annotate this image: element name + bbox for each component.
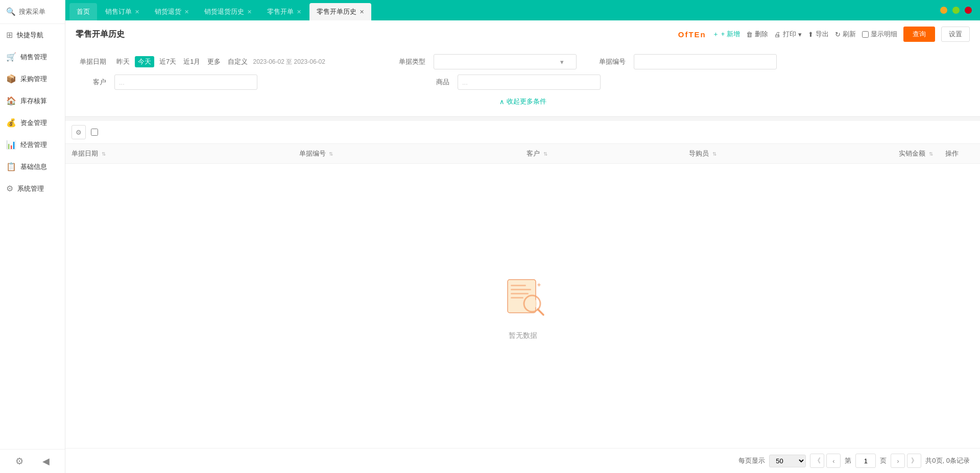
content-area: 零售开单历史 OfTEn ＋ + 新增 🗑 删除 🖨 打印: [65, 20, 980, 473]
table-config-button[interactable]: ⚙: [71, 125, 86, 139]
sort-customer-icon[interactable]: ⇅: [543, 151, 547, 157]
refresh-button[interactable]: ↻ 刷新: [835, 30, 856, 39]
toolbar: OfTEn ＋ + 新增 🗑 删除 🖨 打印 ▾: [678, 27, 970, 42]
date-opt-7days[interactable]: 近7天: [157, 57, 178, 67]
sidebar-item-system[interactable]: ⚙ 系统管理: [0, 178, 65, 200]
date-opt-1month[interactable]: 近1月: [181, 57, 202, 67]
table-header-row: 单据日期 ⇅ 单据编号 ⇅ 客户 ⇅ 导购员 ⇅: [65, 144, 980, 164]
delete-icon: 🗑: [746, 31, 753, 38]
last-page-button[interactable]: 》: [907, 454, 921, 468]
page-header: 零售开单历史 OfTEn ＋ + 新增 🗑 删除 🖨 打印: [65, 20, 980, 117]
settings-icon[interactable]: ⚙: [15, 456, 23, 467]
prev-page-button[interactable]: ‹: [826, 454, 841, 468]
date-filter-label: 单据日期: [76, 57, 106, 66]
tab-retail-open-history[interactable]: 零售开单历史 ✕: [309, 3, 371, 20]
th-date: 单据日期 ⇅: [65, 144, 293, 164]
page-label-suffix: 页: [878, 456, 889, 465]
date-opt-custom[interactable]: 自定义: [226, 57, 250, 67]
maximize-button[interactable]: [952, 7, 960, 14]
tab-sales-return-history[interactable]: 销货退货历史 ✕: [197, 3, 259, 20]
customer-label: 客户: [76, 78, 106, 87]
sort-no-icon[interactable]: ⇅: [329, 151, 333, 157]
sort-amount-icon[interactable]: ⇅: [929, 151, 933, 157]
sidebar-search[interactable]: 🔍 搜索采单: [0, 0, 65, 24]
sidebar-item-operations[interactable]: 📊 经营管理: [0, 134, 65, 156]
th-no: 单据编号 ⇅: [293, 144, 521, 164]
page-number-input[interactable]: [855, 454, 876, 468]
add-icon: ＋: [712, 30, 719, 39]
tab-home[interactable]: 首页: [69, 3, 97, 20]
print-button[interactable]: 🖨 打印 ▾: [774, 30, 802, 39]
date-opt-more[interactable]: 更多: [205, 57, 223, 67]
sidebar-item-finance[interactable]: 💰 资金管理: [0, 112, 65, 134]
sidebar-bottom: ⚙ ◀: [0, 449, 65, 473]
product-placeholder: ...: [462, 79, 468, 86]
add-button[interactable]: ＋ + 新增: [712, 30, 740, 39]
export-button[interactable]: ⬆ 导出: [808, 30, 829, 39]
svg-text:✦: ✦: [536, 281, 542, 289]
tab-retail-open-label: 零售开单: [267, 7, 294, 16]
tab-sales-return-close[interactable]: ✕: [184, 9, 189, 15]
pagination-nav: 《 ‹ 第 页 › 》: [810, 454, 921, 468]
doc-no-input[interactable]: [634, 54, 777, 69]
next-page-button[interactable]: ›: [891, 454, 905, 468]
date-opt-today[interactable]: 今天: [135, 56, 154, 67]
sidebar-item-quick-nav[interactable]: ⊞ 快捷导航: [0, 24, 65, 46]
tab-sales-order[interactable]: 销售订单 ✕: [98, 3, 147, 20]
tab-retail-open[interactable]: 零售开单 ✕: [260, 3, 308, 20]
product-label: 商品: [419, 78, 449, 87]
search-icon: 🔍: [6, 7, 16, 16]
per-page-select[interactable]: 50 10 20 100: [769, 455, 806, 467]
date-opt-yesterday[interactable]: 昨天: [114, 57, 132, 67]
customer-input[interactable]: ...: [114, 74, 257, 90]
tab-retail-open-close[interactable]: ✕: [297, 9, 301, 15]
date-options: 昨天 今天 近7天 近1月 更多 自定义 2023-06-02 至 2023-0…: [114, 56, 325, 67]
sidebar-item-label-inventory: 库存核算: [20, 96, 47, 106]
sidebar-item-purchase-mgmt[interactable]: 📦 采购管理: [0, 68, 65, 90]
th-salesperson: 导购员 ⇅: [683, 144, 878, 164]
tab-sales-order-close[interactable]: ✕: [135, 9, 139, 15]
tab-retail-open-history-close[interactable]: ✕: [360, 9, 364, 15]
delete-button[interactable]: 🗑 删除: [746, 30, 768, 39]
product-input[interactable]: ...: [458, 74, 601, 90]
doc-type-select[interactable]: ▾: [434, 54, 577, 69]
tab-sales-return-history-close[interactable]: ✕: [247, 9, 252, 15]
empty-state: ✦ 暂无数据: [65, 164, 980, 448]
sort-salesperson-icon[interactable]: ⇅: [712, 151, 716, 157]
page-label-prefix: 第: [843, 456, 853, 465]
svg-rect-3: [511, 293, 529, 294]
filter-row-customer: 客户 ... 商品 ...: [76, 74, 970, 90]
first-page-button[interactable]: 《: [810, 454, 824, 468]
minimize-button[interactable]: [940, 7, 947, 14]
display-cols-toggle[interactable]: 显示明细: [862, 30, 897, 39]
date-range-display: 2023-06-02 至 2023-06-02: [253, 58, 325, 66]
settings-button[interactable]: 设置: [941, 27, 970, 42]
sidebar-item-label-finance: 资金管理: [20, 118, 47, 128]
svg-rect-1: [511, 285, 526, 286]
doc-no-label: 单据编号: [595, 57, 626, 66]
sidebar-item-label-quick-nav: 快捷导航: [17, 31, 43, 40]
collapse-button[interactable]: ∧ 收起更多条件: [499, 97, 546, 106]
close-button[interactable]: [965, 7, 972, 14]
sort-date-icon[interactable]: ⇅: [102, 151, 106, 157]
data-table: 单据日期 ⇅ 单据编号 ⇅ 客户 ⇅ 导购员 ⇅: [65, 144, 980, 164]
display-cols-checkbox[interactable]: [862, 31, 869, 38]
collapse-sidebar-icon[interactable]: ◀: [42, 456, 50, 467]
sidebar-item-inventory[interactable]: 🏠 库存核算: [0, 90, 65, 112]
query-button[interactable]: 查询: [903, 27, 935, 42]
sidebar-item-basic-info[interactable]: 📋 基础信息: [0, 156, 65, 178]
sidebar-item-label-operations: 经营管理: [20, 140, 47, 150]
export-label: 导出: [816, 30, 829, 39]
tab-sales-return[interactable]: 销货退货 ✕: [148, 3, 196, 20]
print-icon: 🖨: [774, 31, 781, 38]
sidebar-item-sales-mgmt[interactable]: 🛒 销售管理: [0, 46, 65, 68]
select-all-checkbox[interactable]: [91, 129, 98, 136]
operations-icon: 📊: [6, 140, 16, 150]
export-icon: ⬆: [808, 31, 814, 38]
per-page-label: 每页显示: [738, 456, 765, 465]
sidebar-item-label-basic-info: 基础信息: [20, 162, 47, 171]
th-action: 操作: [939, 144, 980, 164]
sales-mgmt-icon: 🛒: [6, 52, 16, 62]
sidebar-item-label-system: 系统管理: [17, 184, 44, 193]
main-area: 首页 销售订单 ✕ 销货退货 ✕ 销货退货历史 ✕ 零售开单 ✕ 零售开单历史 …: [65, 0, 980, 473]
